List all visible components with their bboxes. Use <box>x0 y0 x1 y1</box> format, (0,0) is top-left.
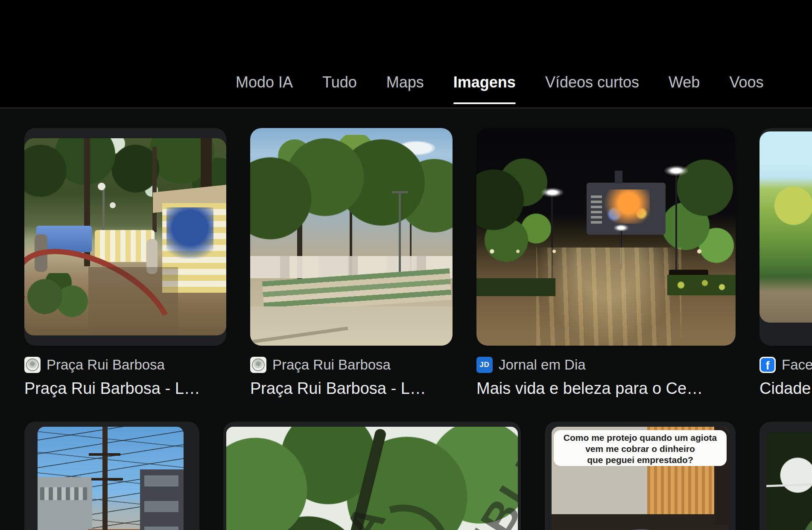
photo-detail <box>536 248 681 346</box>
result-caption: JD Jornal em Dia Mais vida e beleza para… <box>476 357 736 398</box>
photo-detail <box>38 477 92 530</box>
photo-detail <box>664 166 688 176</box>
photo-detail <box>102 427 108 530</box>
meme-text-line: Como me protejo quando um agiota <box>554 432 727 443</box>
image-result-card[interactable] <box>759 422 812 530</box>
facebook-f-glyph: f <box>761 358 774 372</box>
photo-detail <box>24 273 93 320</box>
result-title[interactable]: Praça Rui Barbosa - L… <box>250 379 453 398</box>
tab-voos[interactable]: Voos <box>729 73 763 105</box>
image-result-card[interactable] <box>759 128 812 346</box>
photo-detail <box>152 147 157 232</box>
photo-detail <box>88 267 178 335</box>
meme-text-bubble: Como me protejo quando um agiota vem me … <box>554 430 727 466</box>
result-type-tabs: Modo IA Tudo Maps Imagens Vídeos curtos … <box>236 73 763 105</box>
source-name: Face <box>782 357 812 373</box>
photo-detail <box>166 207 213 259</box>
photo-detail <box>766 480 812 487</box>
city-seal-icon <box>250 357 266 373</box>
tab-imagens[interactable]: Imagens <box>453 73 516 105</box>
tabs-divider <box>0 108 812 108</box>
photo-detail <box>552 514 729 530</box>
source-name: Jornal em Dia <box>499 357 586 373</box>
photo-detail <box>250 306 453 346</box>
source-name: Praça Rui Barbosa <box>272 357 391 373</box>
result-source[interactable]: Praça Rui Barbosa <box>250 357 453 373</box>
result-title[interactable]: Mais vida e beleza para o Ce… <box>476 379 736 398</box>
result-thumbnail <box>759 131 812 323</box>
result-title[interactable]: Cidade <box>759 379 812 398</box>
photo-detail <box>603 189 650 224</box>
result-thumbnail <box>250 128 453 346</box>
photo-detail <box>89 453 120 456</box>
result-caption: Praça Rui Barbosa Praça Rui Barbosa - L… <box>250 357 453 398</box>
tab-web[interactable]: Web <box>669 73 700 105</box>
jd-monogram-icon: JD <box>476 357 493 373</box>
city-seal-icon <box>24 357 41 373</box>
photo-detail <box>392 191 408 193</box>
photo-detail <box>541 188 564 197</box>
photo-detail <box>614 224 628 231</box>
seal-emblem <box>252 358 265 371</box>
result-thumbnail: PRAÇA BIBLIA <box>226 427 518 530</box>
result-thumbnail: Como me protejo quando um agiota vem me … <box>552 427 729 530</box>
photo-detail <box>140 469 184 530</box>
tab-tudo[interactable]: Tudo <box>322 73 357 105</box>
photo-detail <box>98 183 105 190</box>
search-header: Modo IA Tudo Maps Imagens Vídeos curtos … <box>0 0 812 108</box>
facebook-icon: f <box>759 357 776 373</box>
meme-text-line: que peguei emprestado? <box>554 454 727 466</box>
result-thumbnail <box>24 138 226 335</box>
photo-detail <box>250 135 453 267</box>
tab-maps[interactable]: Maps <box>386 73 424 105</box>
photo-detail <box>144 475 178 530</box>
image-result-card[interactable] <box>24 422 199 530</box>
meme-text-line: vem me cobrar o dinheiro <box>554 443 727 454</box>
result-title[interactable]: Praça Rui Barbosa - L… <box>24 379 226 398</box>
photo-detail <box>476 278 555 296</box>
result-thumbnail <box>38 427 184 530</box>
result-thumbnail <box>766 432 812 530</box>
result-source[interactable]: Praça Rui Barbosa <box>24 357 226 373</box>
photo-detail <box>615 171 622 183</box>
image-result-card[interactable]: Como me protejo quando um agiota vem me … <box>545 422 736 530</box>
result-thumbnail <box>476 128 736 346</box>
image-result-card[interactable] <box>250 128 453 346</box>
seal-emblem <box>26 358 39 371</box>
photo-detail <box>591 195 602 225</box>
photo-detail <box>759 178 812 247</box>
photo-detail <box>667 275 736 295</box>
image-result-card[interactable] <box>24 128 226 346</box>
tab-modo-ia[interactable]: Modo IA <box>236 73 293 105</box>
result-source[interactable]: f Face <box>759 357 812 373</box>
photo-detail <box>95 230 155 262</box>
photo-detail <box>40 487 87 500</box>
image-result-card[interactable]: PRAÇA BIBLIA <box>223 422 521 530</box>
image-result-card[interactable] <box>476 128 736 346</box>
jd-monogram-text: JD <box>479 361 490 369</box>
result-caption: Praça Rui Barbosa Praça Rui Barbosa - L… <box>24 357 226 398</box>
tab-videos-curtos[interactable]: Vídeos curtos <box>545 73 639 105</box>
source-name: Praça Rui Barbosa <box>47 357 165 373</box>
result-source[interactable]: JD Jornal em Dia <box>476 357 736 373</box>
result-caption: f Face Cidade <box>759 357 812 398</box>
